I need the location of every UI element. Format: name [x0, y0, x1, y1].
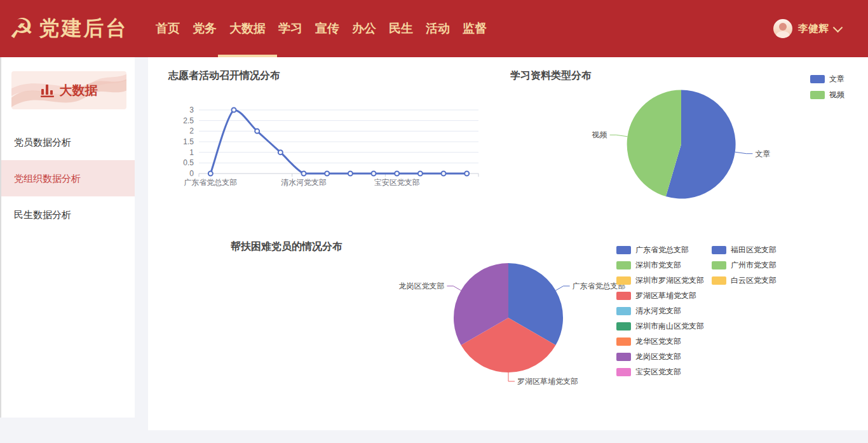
pie-label: 视频 [592, 130, 607, 139]
legend-item[interactable]: 清水河党支部 [616, 306, 710, 315]
legend-label: 福田区党支部 [731, 245, 776, 256]
legend-item[interactable]: 深圳市南山区党支部 [616, 322, 710, 331]
y-axis-tick-label: 2 [189, 126, 194, 135]
legend-swatch [712, 261, 726, 269]
y-axis-tick-label: 0 [189, 169, 194, 178]
pie-label: 文章 [755, 149, 770, 158]
legend-item[interactable]: 视频 [810, 90, 844, 99]
nav-item-学习[interactable]: 学习 [275, 0, 306, 57]
pie-label-line [556, 286, 570, 290]
pie-label-line [447, 286, 461, 290]
data-point-marker[interactable] [348, 172, 353, 176]
legend-label: 白云区党支部 [731, 275, 776, 286]
legend-label: 罗湖区草埔党支部 [635, 290, 696, 301]
data-point-marker[interactable] [372, 172, 376, 176]
legend-swatch [616, 322, 631, 331]
legend-label: 广州市党支部 [731, 260, 776, 271]
legend-label: 深圳市党支部 [635, 260, 681, 271]
bar-chart-icon [41, 83, 55, 97]
study-material-legend: 文章视频 [810, 74, 844, 106]
legend-swatch [616, 276, 631, 285]
legend-swatch [712, 246, 726, 254]
legend-label: 广东省党总支部 [635, 245, 689, 256]
app-title: 党建后台 [39, 15, 128, 43]
nav-item-监督[interactable]: 监督 [459, 0, 490, 57]
sidebar: 大数据 党员数据分析党组织数据分析民生数据分析 [0, 57, 135, 418]
y-axis-tick-label: 1.5 [183, 137, 194, 146]
sidebar-banner-label: 大数据 [60, 82, 98, 99]
legend-item[interactable]: 福田区党支部 [712, 245, 805, 254]
line-chart-title: 志愿者活动召开情况分布 [168, 69, 280, 83]
help-members-pie-chart: 广东省党总支部罗湖区草埔党支部龙岗区党支部 [356, 254, 629, 400]
data-point-marker[interactable] [232, 108, 236, 112]
data-point-marker[interactable] [302, 172, 306, 176]
legend-label: 深圳市南山区党支部 [635, 321, 704, 332]
pie-label-line [610, 135, 628, 137]
legend-swatch [810, 91, 825, 99]
legend-item[interactable]: 深圳市党支部 [616, 261, 710, 269]
sidebar-menu: 党员数据分析党组织数据分析民生数据分析 [1, 124, 135, 233]
legend-item[interactable]: 龙岗区党支部 [616, 352, 710, 361]
nav-item-党务[interactable]: 党务 [189, 0, 220, 57]
data-point-marker[interactable] [395, 172, 399, 176]
legend-label: 清水河党支部 [635, 306, 681, 317]
legend-item[interactable]: 深圳市罗湖区党支部 [616, 276, 710, 285]
y-axis-tick-label: 0.5 [183, 158, 194, 167]
y-axis-tick-label: 1 [189, 148, 194, 157]
x-axis-tick-label: 广东省党总支部 [184, 178, 237, 187]
legend-label: 龙岗区党支部 [635, 351, 681, 362]
legend-item[interactable]: 宝安区党支部 [616, 367, 710, 376]
legend-swatch [616, 337, 631, 346]
avatar-body [776, 31, 790, 38]
pie-label: 罗湖区草埔党支部 [517, 377, 578, 386]
nav-item-活动[interactable]: 活动 [423, 0, 453, 57]
nav-item-大数据[interactable]: 大数据 [226, 0, 269, 57]
legend-swatch [616, 368, 631, 376]
help-members-legend: 广东省党总支部深圳市党支部深圳市罗湖区党支部罗湖区草埔党支部清水河党支部深圳市南… [616, 245, 807, 383]
sidebar-item-党组织数据分析[interactable]: 党组织数据分析 [1, 160, 135, 196]
data-point-marker[interactable] [325, 172, 329, 176]
legend-item[interactable]: 龙华区党支部 [616, 337, 710, 346]
data-point-marker[interactable] [255, 129, 259, 133]
data-point-marker[interactable] [208, 172, 213, 176]
data-point-marker[interactable] [442, 172, 446, 176]
pie-label-line [735, 152, 753, 154]
nav-item-首页[interactable]: 首页 [153, 0, 183, 57]
user-name: 李健辉 [798, 22, 829, 36]
legend-swatch [616, 307, 631, 315]
page: ☭ 党建后台 首页党务大数据学习宣传办公民生活动监督 李健辉 大数据 党员数据分… [0, 0, 868, 443]
data-point-marker[interactable] [418, 172, 423, 176]
legend-label: 宝安区党支部 [635, 367, 681, 378]
legend-label: 深圳市罗湖区党支部 [635, 275, 704, 286]
study-material-pie-chart: 文章视频 [578, 70, 788, 210]
legend-item[interactable]: 文章 [810, 74, 844, 83]
legend-label: 龙华区党支部 [635, 336, 681, 347]
legend-swatch [616, 246, 631, 254]
sidebar-banner: 大数据 [11, 71, 126, 109]
data-point-marker[interactable] [465, 172, 469, 176]
nav-item-民生[interactable]: 民生 [386, 0, 416, 57]
y-axis-tick-label: 2.5 [183, 116, 194, 125]
legend-swatch [616, 292, 631, 300]
x-axis-tick-label: 宝安区党支部 [374, 178, 420, 187]
pie-label: 龙岗区党支部 [398, 282, 444, 290]
x-axis-tick-label: 清水河党支部 [281, 178, 327, 187]
volunteer-activity-line-chart: 00.511.522.53广东省党总支部清水河党支部宝安区党支部 [161, 95, 491, 191]
legend-item[interactable]: 罗湖区草埔党支部 [616, 291, 710, 300]
main-nav: 首页党务大数据学习宣传办公民生活动监督 [153, 0, 490, 57]
legend-item[interactable]: 广州市党支部 [712, 261, 805, 269]
sidebar-item-党员数据分析[interactable]: 党员数据分析 [1, 124, 135, 160]
legend-label: 视频 [829, 90, 844, 100]
legend-item[interactable]: 广东省党总支部 [616, 245, 710, 254]
nav-item-办公[interactable]: 办公 [349, 0, 379, 57]
legend-swatch [616, 353, 631, 361]
data-point-marker[interactable] [278, 150, 283, 154]
user-menu[interactable]: 李健辉 [773, 0, 841, 57]
legend-item[interactable]: 白云区党支部 [712, 276, 805, 285]
sidebar-item-民生数据分析[interactable]: 民生数据分析 [1, 196, 135, 233]
pie-label-line [508, 372, 515, 381]
avatar[interactable] [773, 19, 792, 38]
nav-item-宣传[interactable]: 宣传 [312, 0, 342, 57]
legend-label: 文章 [829, 74, 844, 85]
top-header: ☭ 党建后台 首页党务大数据学习宣传办公民生活动监督 李健辉 [0, 0, 868, 57]
